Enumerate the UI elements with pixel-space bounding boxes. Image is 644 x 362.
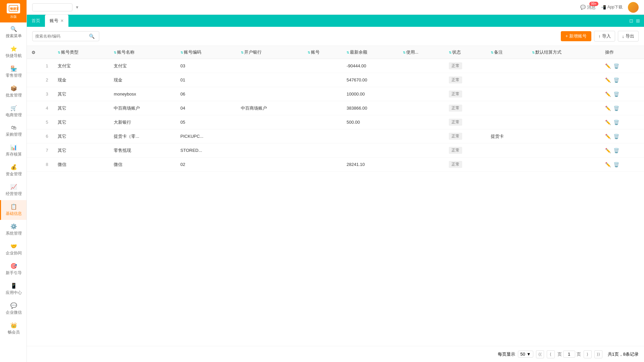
table-header-name[interactable]: ⇅账号名称 [110,46,176,59]
row-status: 正常 [445,73,487,87]
table-header-status[interactable]: ⇅状态 [445,46,487,59]
row-settings [27,129,40,143]
search-icon[interactable]: 🔍 [89,34,95,39]
table-header-remark[interactable]: ⇅备注 [487,46,528,59]
row-balance: 28241.10 [342,158,398,172]
table-header-code[interactable]: ⇅账号编码 [176,46,237,59]
row-num: 6 [40,129,54,143]
page-size-select[interactable]: 50 ▼ [518,351,533,358]
row-status: 正常 [445,115,487,129]
row-num: 5 [40,115,54,129]
table-header-default-settle[interactable]: ⇅默认结算方式 [528,46,601,59]
table-search-input[interactable] [35,34,89,39]
edit-icon[interactable]: ✏️ [605,134,611,139]
table-row: 2 现金 现金 01 547670.00 正常 ✏️ 🗑️ [27,73,644,87]
sidebar-item-enterprise-agreement[interactable]: 🤝 企业协同 [0,240,26,259]
edit-icon[interactable]: ✏️ [605,92,611,97]
export-button[interactable]: ↓ 导出 [618,31,639,42]
pagination: 每页显示 50 ▼ ⟨⟨ ⟨ 页 页 ⟩ ⟩⟩ 共1页，8条记录 [27,346,644,362]
edit-icon[interactable]: ✏️ [605,63,611,69]
edit-icon[interactable]: ✏️ [605,162,611,167]
table-header-bank[interactable]: ⇅开户银行 [237,46,303,59]
delete-icon[interactable]: 🗑️ [613,92,619,97]
tab-home[interactable]: 首页 [27,15,45,27]
row-settings [27,158,40,172]
content-area: 🔍 + 新增账号 ↑ 导入 ↓ 导出 [27,27,644,362]
page-size-dropdown-icon: ▼ [527,352,531,357]
sidebar-item-search-menu[interactable]: 🔍 搜索菜单 [0,22,26,42]
delete-icon[interactable]: 🗑️ [613,77,619,83]
table-header-use[interactable]: ⇅使用... [399,46,445,59]
next-page-button[interactable]: ⟩ [584,350,592,358]
row-name: 大新银行 [110,115,176,129]
user-avatar[interactable] [628,2,639,13]
sidebar-item-operation-manage[interactable]: 📈 经营管理 [0,180,26,200]
edit-icon[interactable]: ✏️ [605,148,611,153]
sidebar-item-newcomer-guide[interactable]: 🎯 新手引导 [0,259,26,279]
row-settings [27,73,40,87]
sidebar-item-purchase-manage[interactable]: 🛍 采购管理 [0,121,26,141]
table-row: 4 其它 中百商场账户 04 中百商场账户 383866.00 正常 ✏️ 🗑️ [27,101,644,115]
delete-icon[interactable]: 🗑️ [613,106,619,111]
last-page-button[interactable]: ⟩⟩ [594,350,602,358]
topbar-search-input[interactable] [32,3,72,11]
topbar-dropdown-icon[interactable]: ▼ [75,5,79,10]
edit-icon[interactable]: ✏️ [605,77,611,83]
tab-close-account[interactable]: ✕ [60,18,64,23]
sidebar-item-enterprise-wechat[interactable]: 💬 企业微信 [0,299,26,319]
row-status: 正常 [445,143,487,158]
row-bank [237,59,303,73]
delete-icon[interactable]: 🗑️ [613,120,619,125]
delete-icon[interactable]: 🗑️ [613,134,619,139]
table-header-balance[interactable]: ⇅最新余额 [342,46,398,59]
sidebar-item-app-center[interactable]: 📱 应用中心 [0,279,26,299]
tab-account[interactable]: 账号 ✕ [45,15,68,27]
delete-icon[interactable]: 🗑️ [613,148,619,153]
sidebar-item-basic-info[interactable]: 📋 基础信息 [0,200,26,220]
enterprise-wechat-icon: 💬 [10,302,17,309]
row-account [304,59,343,73]
sidebar-item-fund-manage[interactable]: 💰 资金管理 [0,161,26,180]
sidebar-menu: 🔍 搜索菜单 ⭐ 快捷导航 🏪 零售管理 📦 批发管理 🛒 电商管理 🛍 采购管… [0,22,26,362]
row-type: 支付宝 [54,59,110,73]
edit-icon[interactable]: ✏️ [605,106,611,111]
row-code: 01 [176,73,237,87]
row-name: 现金 [110,73,176,87]
sidebar-item-vip-member[interactable]: 👑 畅会员 [0,319,26,339]
tab-maximize-icon[interactable]: ⊞ [636,18,640,23]
row-type: 其它 [54,87,110,101]
table-header-account[interactable]: ⇅账号 [304,46,343,59]
row-action: ✏️ 🗑️ [601,101,644,115]
sidebar-item-quick-nav[interactable]: ⭐ 快捷导航 [0,42,26,62]
sidebar-item-retail-manage[interactable]: 🏪 零售管理 [0,62,26,82]
add-account-button[interactable]: + 新增账号 [561,31,591,41]
topbar-message[interactable]: 💬 消息 99+ [580,4,596,10]
import-button[interactable]: ↑ 导入 [594,31,615,42]
row-account [304,143,343,158]
edit-icon[interactable]: ✏️ [605,120,611,125]
delete-icon[interactable]: 🗑️ [613,162,619,167]
sidebar-item-system-manage[interactable]: ⚙️ 系统管理 [0,220,26,240]
table-header-row: ⚙ ⇅账号类型 ⇅账号名称 ⇅账号编码 ⇅开户银行 ⇅账号 ⇅最新余额 ⇅使用.… [27,46,644,59]
row-bank [237,73,303,87]
table-header-type[interactable]: ⇅账号类型 [54,46,110,59]
page-number-input[interactable] [563,351,575,358]
row-default-settle [528,143,601,158]
row-name: 中百商场账户 [110,101,176,115]
sidebar-item-ecommerce-manage[interactable]: 🛒 电商管理 [0,102,26,121]
tab-minimize-icon[interactable]: ⊡ [629,18,633,23]
topbar-right: 💬 消息 99+ 📲 App下载 [580,2,639,13]
row-bank [237,129,303,143]
account-table: ⚙ ⇅账号类型 ⇅账号名称 ⇅账号编码 ⇅开户银行 ⇅账号 ⇅最新余额 ⇅使用.… [27,46,644,172]
row-action: ✏️ 🗑️ [601,115,644,129]
sidebar-item-wholesale-manage[interactable]: 📦 批发管理 [0,82,26,102]
toolbar-right: + 新增账号 ↑ 导入 ↓ 导出 [561,31,639,42]
topbar-app-download[interactable]: 📲 App下载 [601,4,623,10]
table-header-settings[interactable]: ⚙ [27,46,40,59]
delete-icon[interactable]: 🗑️ [613,63,619,69]
ecommerce-manage-icon: 🛒 [10,105,17,111]
sidebar-item-inventory-calc[interactable]: 📊 库存核算 [0,141,26,161]
table-row: 6 其它 提货卡（零... PICKUPC... 正常 提货卡 ✏️ 🗑️ [27,129,644,143]
prev-page-button[interactable]: ⟨ [547,350,555,358]
first-page-button[interactable]: ⟨⟨ [536,350,544,358]
